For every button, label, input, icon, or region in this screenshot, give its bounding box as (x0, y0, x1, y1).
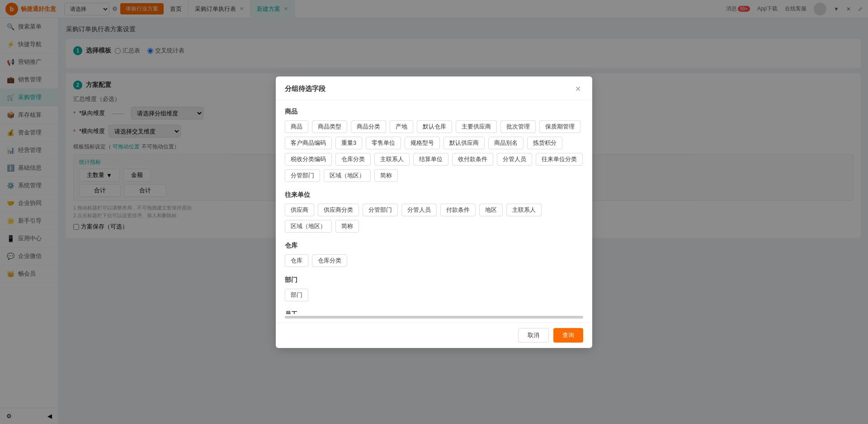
dialog-footer: 取消 查询 (276, 322, 592, 348)
cancel-button[interactable]: 取消 (518, 328, 549, 343)
section-employee-title: 员工 (285, 310, 583, 314)
field-supplier[interactable]: 供应商 (285, 204, 314, 216)
field-expiry-mgmt[interactable]: 保质期管理 (539, 120, 580, 133)
field-settle-unit[interactable]: 结算单位 (413, 153, 448, 166)
field-short-name[interactable]: 简称 (374, 169, 398, 182)
field-spec-model[interactable]: 规格型号 (405, 137, 440, 149)
dialog-close-btn[interactable]: ✕ (572, 84, 583, 95)
section-dept: 部门 部门 (285, 276, 583, 301)
dialog-scroll-area (276, 314, 592, 322)
field-default-supplier[interactable]: 默认供应商 (443, 137, 485, 149)
section-warehouse: 仓库 仓库 仓库分类 (285, 242, 583, 267)
section-partner: 往来单位 供应商 供应商分类 分管部门 分管人员 付款条件 地区 主联系人 区域… (285, 191, 583, 233)
field-default-warehouse[interactable]: 默认仓库 (417, 120, 452, 133)
field-warehouse-cat[interactable]: 仓库分类 (312, 254, 347, 267)
field-product-alias[interactable]: 商品别名 (488, 137, 524, 149)
field-batch-mgmt[interactable]: 批次管理 (500, 120, 536, 133)
field-weight3[interactable]: 重量3 (335, 137, 362, 149)
dialog-title: 分组待选字段 (285, 85, 326, 93)
section-warehouse-title: 仓库 (285, 242, 583, 250)
section-product-title: 商品 (285, 108, 583, 116)
field-payment-terms[interactable]: 收付款条件 (452, 153, 493, 166)
field-partner-dept[interactable]: 分管部门 (363, 204, 398, 216)
field-tax-code[interactable]: 税收分类编码 (285, 153, 332, 166)
field-partner-person[interactable]: 分管人员 (401, 204, 437, 216)
product-field-tags: 商品 商品类型 商品分类 产地 默认仓库 主要供应商 批次管理 保质期管理 客户… (285, 120, 583, 182)
field-dept-mgmt[interactable]: 分管部门 (285, 169, 320, 182)
field-product-type[interactable]: 商品类型 (312, 120, 347, 133)
confirm-button[interactable]: 查询 (553, 328, 583, 343)
field-supervisor[interactable]: 分管人员 (497, 153, 532, 166)
field-region-partner[interactable]: 区域（地区） (285, 220, 332, 233)
field-pick-points[interactable]: 拣货积分 (527, 137, 562, 149)
field-supplier-category[interactable]: 供应商分类 (318, 204, 359, 216)
section-partner-title: 往来单位 (285, 191, 583, 199)
warehouse-field-tags: 仓库 仓库分类 (285, 254, 583, 267)
horizontal-scrollbar[interactable] (285, 316, 583, 319)
field-region-product[interactable]: 区域（地区） (324, 169, 371, 182)
field-main-supplier[interactable]: 主要供应商 (456, 120, 497, 133)
field-product[interactable]: 商品 (285, 120, 308, 133)
field-partner-category[interactable]: 往来单位分类 (536, 153, 583, 166)
field-origin[interactable]: 产地 (390, 120, 413, 133)
field-select-dialog: 分组待选字段 ✕ 商品 商品 商品类型 商品分类 产地 默认仓库 主要供应商 批… (276, 76, 592, 348)
section-product: 商品 商品 商品类型 商品分类 产地 默认仓库 主要供应商 批次管理 保质期管理… (285, 108, 583, 182)
field-pay-terms[interactable]: 付款条件 (440, 204, 476, 216)
dialog-overlay: 分组待选字段 ✕ 商品 商品 商品类型 商品分类 产地 默认仓库 主要供应商 批… (0, 0, 868, 424)
field-area[interactable]: 地区 (479, 204, 503, 216)
section-dept-title: 部门 (285, 276, 583, 284)
partner-field-tags: 供应商 供应商分类 分管部门 分管人员 付款条件 地区 主联系人 区域（地区） … (285, 204, 583, 233)
field-main-contact[interactable]: 主联系人 (374, 153, 410, 166)
field-warehouse[interactable]: 仓库 (285, 254, 308, 267)
field-dept[interactable]: 部门 (285, 289, 308, 301)
field-partner-contact[interactable]: 主联系人 (506, 204, 542, 216)
field-product-category[interactable]: 商品分类 (351, 120, 386, 133)
section-employee: 员工 业务员 (285, 310, 583, 314)
dialog-header: 分组待选字段 ✕ (276, 76, 592, 100)
field-customer-code[interactable]: 客户商品编码 (285, 137, 332, 149)
dialog-body: 商品 商品 商品类型 商品分类 产地 默认仓库 主要供应商 批次管理 保质期管理… (276, 100, 592, 314)
field-warehouse-category[interactable]: 仓库分类 (335, 153, 371, 166)
field-retail-unit[interactable]: 零售单位 (366, 137, 401, 149)
field-partner-short[interactable]: 简称 (335, 220, 359, 233)
dept-field-tags: 部门 (285, 289, 583, 301)
